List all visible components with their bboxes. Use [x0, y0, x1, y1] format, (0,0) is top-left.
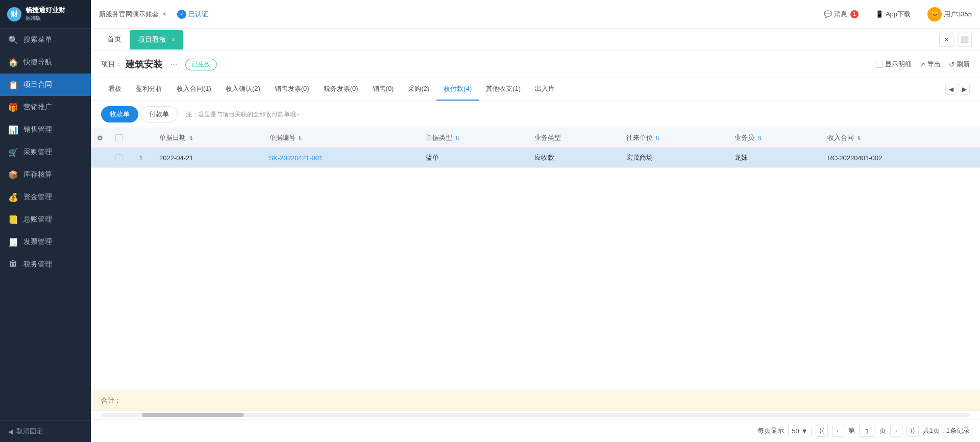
prev-page-button[interactable]: ‹ [832, 425, 844, 437]
user-label: 用户3355 [944, 10, 972, 19]
sidebar-icon-10: 🏛 [8, 259, 18, 269]
refresh-icon: ↺ [949, 61, 954, 68]
show-detail-checkbox[interactable] [876, 61, 883, 68]
row-biztype-0: 应收款 [528, 148, 620, 168]
sub-tab-8[interactable]: 收付款(4) [436, 78, 479, 101]
project-title: 建筑安装 [126, 58, 162, 70]
sidebar-item-6[interactable]: 📦 库存核算 [0, 163, 91, 186]
table-wrapper: ⚙ 单据日期 ⇅ 单据编号 ⇅ [91, 128, 980, 390]
sub-tab-10[interactable]: 出入库 [528, 78, 562, 101]
sidebar-item-0[interactable]: 🔍 搜索菜单 [0, 29, 91, 51]
total-row: 合计： [91, 390, 980, 410]
sub-tab-4[interactable]: 销售发票(0) [267, 78, 316, 101]
sidebar-item-2[interactable]: 📋 项目合同 [0, 73, 91, 96]
sidebar-icon-7: 💰 [8, 192, 18, 202]
total-label: 合计： [101, 396, 121, 405]
topbar-left: 新服务官网演示账套 ▼ ✓ 已认证 [99, 10, 824, 19]
sidebar-label-0: 搜索菜单 [23, 35, 52, 44]
sidebar-item-3[interactable]: 🎁 营销推广 [0, 96, 91, 118]
row-index-0: 1 [129, 148, 153, 168]
unpin-button[interactable]: ◀ 取消固定 [0, 420, 91, 442]
sub-tab-6[interactable]: 销售(0) [365, 78, 401, 101]
message-action[interactable]: 💬 消息 1 [824, 10, 859, 19]
inner-tab-payment[interactable]: 付款单 [140, 106, 178, 122]
last-page-button[interactable]: ⟩⟩ [906, 425, 919, 437]
sub-tab-5[interactable]: 税务发票(0) [316, 78, 365, 101]
sidebar-label-2: 项目合同 [23, 80, 52, 89]
date-sort-icon: ⇅ [189, 135, 193, 141]
tab-project-board[interactable]: 项目看板 × [130, 30, 183, 50]
sidebar-item-1[interactable]: 🏠 快捷导航 [0, 51, 91, 73]
sidebar-item-7[interactable]: 💰 资金管理 [0, 186, 91, 208]
row-salesperson-0: 龙妹 [728, 148, 821, 168]
certified-label: 已认证 [188, 10, 208, 19]
salesperson-sort-icon: ⇅ [757, 135, 762, 141]
per-page-select[interactable]: 50 ▼ [788, 426, 811, 436]
col-select-all[interactable] [109, 128, 129, 148]
close-window-button[interactable]: ✕ [939, 33, 953, 47]
app-download-action[interactable]: 📱 App下载 [875, 10, 911, 19]
inner-tab-receipt[interactable]: 收款单 [101, 106, 138, 122]
show-detail-button[interactable]: 显示明细 [876, 60, 912, 69]
sub-tab-7[interactable]: 采购(2) [401, 78, 436, 101]
content-area: 项目： 建筑安装 ··· 已生效 显示明细 ↗ 导出 ↺ 刷新 [91, 51, 980, 442]
col-contract-header[interactable]: 收入合同 ⇅ [821, 128, 980, 148]
inner-tab-bar: 收款单 付款单 注：这里是与项目关联的全部收付款单哦~ [91, 101, 980, 128]
sub-tabs-prev[interactable]: ◀ [945, 84, 957, 95]
sub-tabs-next[interactable]: ▶ [959, 84, 970, 95]
row-code-0[interactable]: SK-20220421-001 [263, 148, 420, 168]
select-all-checkbox[interactable] [115, 134, 122, 141]
page-suffix: 页 [879, 426, 886, 435]
tab-home[interactable]: 首页 [99, 30, 130, 50]
col-settings[interactable]: ⚙ [91, 128, 109, 148]
account-selector[interactable]: 新服务官网演示账套 ▼ [99, 10, 167, 19]
tab-close-icon[interactable]: × [172, 36, 175, 43]
scrollbar-track [101, 413, 970, 417]
code-sort-icon: ⇅ [298, 135, 302, 141]
row-check-0[interactable] [115, 154, 122, 161]
sidebar-item-9[interactable]: 🧾 发票管理 [0, 231, 91, 253]
sidebar-icon-5: 🛒 [8, 147, 18, 157]
app-edition: 标准版 [26, 15, 65, 22]
col-type-header[interactable]: 单据类型 ⇅ [420, 128, 528, 148]
maximize-window-button[interactable]: ⬜ [958, 33, 972, 47]
row-checkbox-0[interactable] [109, 148, 129, 168]
col-partner-header[interactable]: 往来单位 ⇅ [620, 128, 729, 148]
sub-tab-0[interactable]: 看板 [101, 78, 129, 101]
sidebar-label-1: 快捷导航 [23, 58, 52, 67]
first-page-button[interactable]: ⟨⟨ [816, 425, 828, 437]
next-page-button[interactable]: › [890, 425, 902, 437]
sidebar-icon-1: 🏠 [8, 57, 18, 67]
sub-tab-2[interactable]: 收入合同(1) [169, 78, 218, 101]
sidebar-item-5[interactable]: 🛒 采购管理 [0, 141, 91, 163]
sidebar-item-8[interactable]: 📒 总账管理 [0, 208, 91, 231]
sidebar-icon-4: 📊 [8, 125, 18, 135]
app-download-label: App下载 [886, 10, 911, 19]
table-row[interactable]: 1 2022-04-21 SK-20220421-001 蓝单 应收款 宏茂商场… [91, 148, 980, 168]
sidebar-item-10[interactable]: 🏛 税务管理 [0, 253, 91, 276]
divider [867, 9, 867, 19]
sidebar-label-3: 营销推广 [23, 103, 52, 112]
message-icon: 💬 [824, 10, 832, 18]
topbar: 新服务官网演示账套 ▼ ✓ 已认证 💬 消息 1 📱 App下载 🐱 用户 [91, 0, 980, 29]
col-date-header[interactable]: 单据日期 ⇅ [153, 128, 263, 148]
col-salesperson-header[interactable]: 业务员 ⇅ [728, 128, 821, 148]
project-label: 项目： [101, 60, 122, 69]
sub-tab-1[interactable]: 盈利分析 [129, 78, 169, 101]
sidebar-icon-6: 📦 [8, 169, 18, 180]
divider2 [919, 9, 919, 19]
sub-tab-9[interactable]: 其他收支(1) [479, 78, 528, 101]
sidebar-icon-2: 📋 [8, 80, 18, 90]
app-name: 畅捷通好业财 [26, 6, 65, 14]
user-action[interactable]: 🐱 用户3355 [927, 7, 972, 21]
sub-tab-3[interactable]: 收入确认(2) [218, 78, 267, 101]
col-code-header[interactable]: 单据编号 ⇅ [263, 128, 420, 148]
project-more-button[interactable]: ··· [170, 60, 177, 69]
refresh-button[interactable]: ↺ 刷新 [949, 60, 970, 69]
scrollbar-thumb[interactable] [142, 413, 244, 417]
logo-icon: 财 [7, 7, 21, 21]
sidebar-item-4[interactable]: 📊 销售管理 [0, 118, 91, 141]
page-input[interactable] [859, 425, 875, 437]
export-button[interactable]: ↗ 导出 [920, 60, 941, 69]
contract-sort-icon: ⇅ [857, 135, 861, 141]
